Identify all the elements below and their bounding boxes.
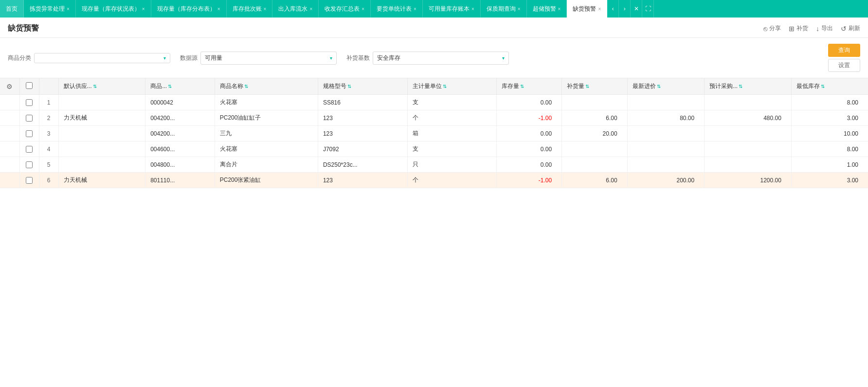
th-min-stock-sort: ⇅ [821,84,825,89]
row-estimated-purchase-cell: 480.00 [705,110,792,126]
table-container: ⚙ 默认供应... ⇅ 商品... [0,78,868,188]
th-stock[interactable]: 库存量 ⇅ [496,78,561,95]
th-spec[interactable]: 规格型号 ⇅ [318,78,407,95]
row-latest-price-cell: 80.00 [627,110,705,126]
th-checkbox [19,78,39,95]
tab-nav-close[interactable]: ✕ [631,0,642,18]
th-replenish-qty-label: 补货量 [567,82,584,90]
th-estimated-purchase-sort: ⇅ [739,84,742,89]
th-index [39,78,58,95]
row-index-cell: 3 [39,126,58,141]
tab-picking[interactable]: 拣货异常处理 × [24,0,76,18]
th-min-stock[interactable]: 最低库存 ⇅ [791,78,868,95]
replenish-base-select-arrow: ▾ [502,55,505,61]
row-select-checkbox[interactable] [26,161,33,168]
row-checkbox-cell [19,110,39,126]
row-latest-price-cell [627,95,705,110]
column-settings-icon[interactable]: ⚙ [6,83,13,90]
tab-picking-close[interactable]: × [67,6,70,12]
th-estimated-purchase[interactable]: 预计采购... ⇅ [705,78,792,95]
row-select-checkbox[interactable] [26,177,33,184]
tab-inout-label: 出入库流水 [278,5,307,13]
th-goods-name[interactable]: 商品名称 ⇅ [215,78,318,95]
tab-overstock-close[interactable]: × [558,6,561,12]
tab-stock-status[interactable]: 现存量（库存状况表） × [76,0,151,18]
category-select[interactable]: ▾ [34,53,170,63]
tab-stock-dist-close[interactable]: × [217,6,220,12]
tab-overstock[interactable]: 超储预警 × [527,0,567,18]
tab-stock-status-close[interactable]: × [142,6,145,12]
tab-expiry-close[interactable]: × [518,6,521,12]
row-settings-cell [0,173,19,188]
tab-summary-close[interactable]: × [362,6,364,12]
th-unit[interactable]: 主计量单位 ⇅ [408,78,497,95]
replenish-button[interactable]: ⊞ 补货 [789,24,808,33]
tab-home[interactable]: 首页 [0,0,24,18]
table-row: 1 0000042 火花塞 SS816 支 0.00 8.00 [0,95,868,110]
tab-summary[interactable]: 收发存汇总表 × [319,0,371,18]
th-spec-sort: ⇅ [347,84,351,89]
export-button[interactable]: ↓ 导出 [816,24,833,33]
tab-shortage-close[interactable]: × [598,6,601,12]
th-goods-code-label: 商品... [150,82,167,90]
tab-demand[interactable]: 要货单统计表 × [371,0,423,18]
th-goods-code[interactable]: 商品... ⇅ [145,78,215,95]
settings-button[interactable]: 设置 [828,59,860,72]
row-supplier-cell [58,141,145,157]
row-unit-cell: 支 [408,141,497,157]
replenish-base-select[interactable]: 安全库存 ▾ [373,52,509,65]
row-select-checkbox[interactable] [26,146,33,153]
row-select-checkbox[interactable] [26,130,33,137]
tab-shortage[interactable]: 缺货预警 × [567,0,607,18]
tab-available[interactable]: 可用量库存账本 × [423,0,481,18]
tab-batch[interactable]: 库存批次账 × [227,0,273,18]
tab-available-close[interactable]: × [471,6,474,12]
th-goods-name-sort: ⇅ [244,84,248,89]
row-index-cell: 1 [39,95,58,110]
th-replenish-qty[interactable]: 补货量 ⇅ [562,78,627,95]
tab-nav-next[interactable]: › [619,0,631,18]
row-goods-name-cell: 火花塞 [215,141,318,157]
query-button[interactable]: 查询 [828,44,860,57]
tab-inout-close[interactable]: × [309,6,312,12]
row-select-checkbox[interactable] [26,115,33,122]
row-min-stock-cell: 8.00 [791,141,868,157]
replenish-base-select-value: 安全库存 [377,54,400,62]
row-supplier-cell [58,95,145,110]
tab-demand-close[interactable]: × [414,6,416,12]
tab-expiry[interactable]: 保质期查询 × [481,0,527,18]
row-unit-cell: 箱 [408,126,497,141]
row-stock-cell: 0.00 [496,126,561,141]
row-latest-price-cell [627,141,705,157]
row-settings-cell [0,95,19,110]
tab-summary-label: 收发存汇总表 [325,5,360,13]
th-stock-label: 库存量 [502,82,519,90]
th-latest-price[interactable]: 最新进价 ⇅ [627,78,705,95]
select-all-checkbox[interactable] [26,82,33,89]
row-spec-cell: 123 [318,173,407,188]
table-row: 3 004200... 三九 123 箱 0.00 20.00 10.00 [0,126,868,141]
datasource-select[interactable]: 可用量 ▾ [200,52,337,65]
tab-bar: 首页 拣货异常处理 × 现存量（库存状况表） × 现存量（库存分布表） × 库存… [0,0,868,18]
category-filter-group: 商品分类 ▾ [8,53,170,63]
tab-nav-prev[interactable]: ‹ [607,0,619,18]
refresh-button[interactable]: ↺ 刷新 [841,24,860,33]
row-settings-cell [0,110,19,126]
tab-home-label: 首页 [6,5,18,13]
row-min-stock-cell: 1.00 [791,157,868,173]
tab-stock-dist-label: 现存量（库存分布表） [157,5,216,13]
tab-inout[interactable]: 出入库流水 × [272,0,319,18]
row-select-checkbox[interactable] [26,99,33,106]
tab-demand-label: 要货单统计表 [377,5,412,13]
row-goods-code-cell: 004200... [145,126,215,141]
tab-nav-fullscreen[interactable]: ⛶ [642,0,654,18]
th-min-stock-label: 最低库存 [796,82,820,90]
share-button[interactable]: ⎋ 分享 [763,24,781,33]
export-label: 导出 [821,24,833,33]
th-estimated-purchase-label: 预计采购... [709,82,738,90]
tab-batch-close[interactable]: × [264,6,267,12]
tab-stock-dist[interactable]: 现存量（库存分布表） × [151,0,227,18]
th-supplier[interactable]: 默认供应... ⇅ [58,78,145,95]
th-supplier-label: 默认供应... [64,82,92,90]
category-select-arrow: ▾ [163,55,166,61]
